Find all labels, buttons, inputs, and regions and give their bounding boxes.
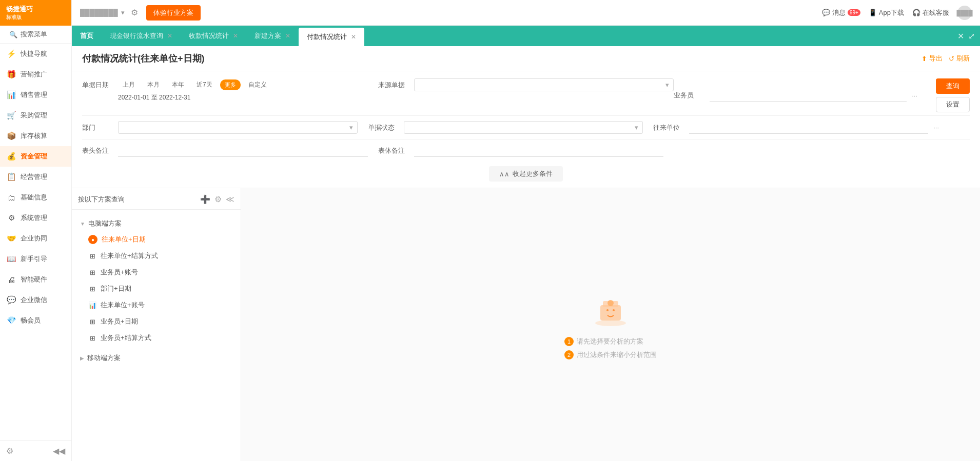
sidebar-label-vip: 畅会员: [21, 316, 41, 325]
avatar[interactable]: ████: [957, 6, 972, 20]
sidebar-logo: 畅捷通巧 标准版: [0, 0, 71, 26]
date-btn-this-year[interactable]: 本年: [167, 78, 189, 91]
tab-bank-flow[interactable]: 现金银行流水查询 ✕: [102, 26, 181, 46]
filter-row-date: 单据日期 上月 本月 本年 近7天 更多 自定义 2022-01-01 至 20…: [82, 71, 970, 116]
partner-label: 往来单位: [653, 123, 689, 132]
scheme-item-staff-date[interactable]: ⊞ 业务员+日期: [72, 313, 241, 330]
app-download-button[interactable]: 📱 App下载: [869, 8, 904, 17]
sidebar-item-operation[interactable]: 📋经营管理: [0, 167, 71, 187]
sidebar-items: ⚡快捷导航🎁营销推广📊销售管理🛒采购管理📦库存核算💰资金管理📋经营管理🗂基础信息…: [0, 44, 71, 331]
staff-input[interactable]: [710, 89, 907, 102]
sidebar-icon-sales: 📊: [6, 90, 16, 100]
sidebar-item-hardware[interactable]: 🖨智能硬件: [0, 269, 71, 290]
sidebar-item-enterprise[interactable]: 🤝企业协同: [0, 228, 71, 249]
tab-receipt-stats-close-icon[interactable]: ✕: [233, 32, 238, 39]
empty-state: 1 请先选择要分析的方案 2 用过滤条件来缩小分析范围: [564, 290, 657, 359]
sidebar-item-system[interactable]: ⚙系统管理: [0, 208, 71, 228]
tab-home[interactable]: 首页: [72, 26, 102, 46]
dept-select[interactable]: ▾: [118, 121, 358, 134]
collapse-button[interactable]: ∧∧ 收起更多条件: [489, 166, 563, 182]
source-select-arrow: ▾: [665, 81, 669, 89]
page-title: 付款情况统计(往来单位+日期): [82, 52, 205, 65]
tab-pay-stats[interactable]: 付款情况统计 ✕: [299, 28, 364, 46]
sidebar-item-wechat[interactable]: 💬企业微信: [0, 290, 71, 310]
add-scheme-icon[interactable]: ➕: [200, 194, 210, 204]
tab-home-label: 首页: [80, 31, 93, 41]
query-button[interactable]: 查询: [936, 78, 970, 94]
sidebar-label-quick-nav: 快捷导航: [21, 49, 47, 58]
settings-scheme-icon[interactable]: ⚙: [214, 194, 222, 204]
sidebar-label-hardware: 智能硬件: [21, 275, 47, 284]
date-btn-7days[interactable]: 近7天: [192, 78, 217, 91]
scheme-item-staff-settle[interactable]: ⊞ 业务员+结算方式: [72, 330, 241, 346]
date-label: 单据日期: [82, 78, 118, 90]
tab-new-plan[interactable]: 新建方案 ✕: [246, 26, 299, 46]
status-label: 单据状态: [368, 123, 404, 132]
dept-label: 部门: [82, 123, 118, 132]
desktop-scheme-section: ▼ 电脑端方案 ● 往来单位+日期 ⊞ 往来单位+结算方式 ⊞ 业务员+账号: [72, 214, 241, 348]
trial-button[interactable]: 体验行业方案: [146, 5, 201, 21]
scheme-item-staff-account[interactable]: ⊞ 业务员+账号: [72, 264, 241, 280]
main-content: 按以下方案查询 ➕ ⚙ ≪ ▼ 电脑端方案 ● 往来单位+日期: [72, 188, 980, 461]
staff-dots-icon[interactable]: ···: [912, 92, 917, 99]
scheme-label-staff-date: 业务员+日期: [101, 317, 138, 326]
topbar-gear-icon[interactable]: ⚙: [131, 8, 138, 17]
sidebar-item-guide[interactable]: 📖新手引导: [0, 249, 71, 269]
active-indicator: ●: [88, 235, 97, 244]
sidebar-item-inventory[interactable]: 📦库存核算: [0, 126, 71, 146]
date-btn-last-month[interactable]: 上月: [118, 78, 140, 91]
sidebar-item-marketing[interactable]: 🎁营销推广: [0, 64, 71, 85]
source-select[interactable]: ▾: [414, 78, 674, 91]
sidebar-item-quick-nav[interactable]: ⚡快捷导航: [0, 44, 71, 64]
mobile-section-label: 移动端方案: [87, 353, 121, 363]
collapse-scheme-icon[interactable]: ≪: [226, 194, 234, 204]
sidebar-item-purchase[interactable]: 🛒采购管理: [0, 105, 71, 126]
scheme-item-dept-date[interactable]: ⊞ 部门+日期: [72, 280, 241, 297]
date-btn-custom[interactable]: 自定义: [244, 78, 271, 91]
sidebar-item-vip[interactable]: 💎畅会员: [0, 310, 71, 331]
filter-row-dept: 部门 ▾ 单据状态 ▾ 往来单位 ···: [82, 116, 970, 139]
status-select[interactable]: ▾: [404, 121, 643, 134]
sidebar-search[interactable]: 🔍 搜索菜单: [0, 26, 71, 44]
scheme-item-partner-date[interactable]: ● 往来单位+日期: [72, 231, 241, 248]
message-button[interactable]: 💬 消息 99+: [822, 8, 860, 17]
scheme-item-partner-settle[interactable]: ⊞ 往来单位+结算方式: [72, 248, 241, 264]
sidebar-icon-enterprise: 🤝: [6, 233, 16, 244]
tabbar-right: ✕ ⤢: [952, 26, 980, 46]
sidebar-item-capital[interactable]: 💰资金管理: [0, 146, 71, 167]
settings-icon[interactable]: ⚙: [6, 446, 13, 456]
sidebar-label-sales: 销售管理: [21, 90, 47, 99]
collapse-sidebar-icon[interactable]: ◀◀: [53, 446, 65, 456]
mobile-section-title[interactable]: ▶ 移动端方案: [72, 350, 241, 366]
tab-pay-stats-close-icon[interactable]: ✕: [351, 33, 356, 41]
sidebar-icon-hardware: 🖨: [6, 274, 16, 285]
company-select[interactable]: ████████ ▾: [80, 9, 125, 16]
date-btn-more[interactable]: 更多: [220, 79, 241, 90]
sidebar-icon-capital: 💰: [6, 151, 16, 162]
service-button[interactable]: 🎧 在线客服: [912, 8, 949, 17]
settings-button[interactable]: 设置: [936, 97, 970, 112]
sidebar-icon-guide: 📖: [6, 254, 16, 264]
tab-bank-flow-close-icon[interactable]: ✕: [167, 32, 172, 39]
sidebar-item-basic-info[interactable]: 🗂基础信息: [0, 187, 71, 208]
expand-icon[interactable]: ⤢: [968, 31, 975, 41]
refresh-button[interactable]: ↺ 刷新: [949, 54, 970, 63]
sidebar-label-enterprise: 企业协同: [21, 234, 47, 243]
mobile-scheme-section: ▶ 移动端方案: [72, 348, 241, 368]
tab-receipt-stats[interactable]: 收款情况统计 ✕: [181, 26, 246, 46]
sidebar-item-sales[interactable]: 📊销售管理: [0, 85, 71, 105]
sidebar-icon-basic-info: 🗂: [6, 192, 16, 203]
export-button[interactable]: ⬆ 导出: [922, 54, 943, 63]
header-note-input[interactable]: [118, 145, 368, 157]
scheme-item-partner-account[interactable]: 📊 往来单位+账号: [72, 297, 241, 313]
close-all-tabs-icon[interactable]: ✕: [957, 31, 964, 41]
partner-dots-icon[interactable]: ···: [933, 124, 939, 131]
desktop-section-title[interactable]: ▼ 电脑端方案: [72, 216, 241, 231]
body-note-input[interactable]: [414, 145, 664, 157]
partner-input[interactable]: [689, 122, 928, 134]
date-btn-this-month[interactable]: 本月: [143, 78, 164, 91]
source-label: 来源单据: [378, 81, 414, 90]
tab-new-plan-close-icon[interactable]: ✕: [285, 32, 290, 39]
dept-select-arrow: ▾: [349, 124, 353, 131]
phone-icon: 📱: [869, 9, 877, 16]
